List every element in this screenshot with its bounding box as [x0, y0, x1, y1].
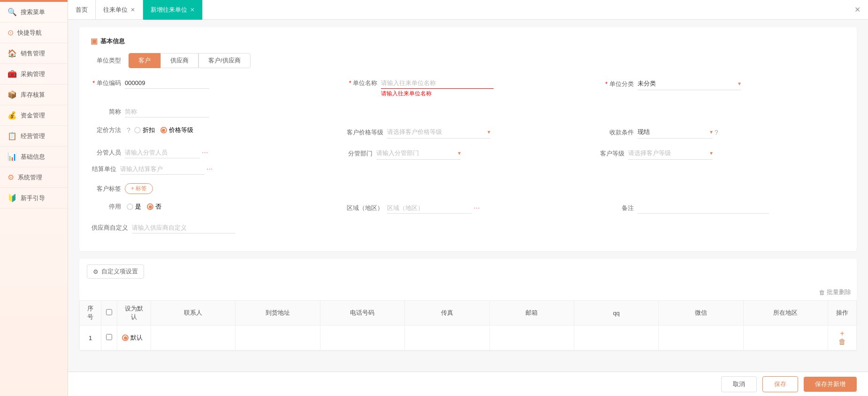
disabled-radio-no[interactable]: 否 — [147, 202, 161, 211]
save-button[interactable]: 保存 — [762, 376, 798, 392]
col-default: 设为默认 — [117, 301, 151, 326]
row-region-input[interactable] — [748, 334, 823, 342]
sidebar-item-basic[interactable]: 📊 基础信息 — [0, 147, 68, 167]
row-checkbox-cell[interactable] — [101, 326, 117, 350]
sidebar-item-newbie[interactable]: 🔰 新手引导 — [0, 188, 68, 209]
col-check[interactable] — [101, 301, 117, 326]
table-section: ⚙ 自定义项设置 🗑 批量删除 序号 设为默认 联系人 到货地址 — [79, 259, 857, 350]
col-contact: 联系人 — [151, 301, 236, 326]
region-dots-btn[interactable]: ··· — [472, 204, 481, 212]
sidebar-item-label: 资金管理 — [21, 111, 45, 120]
row-wechat[interactable] — [659, 326, 743, 350]
department-select[interactable]: 请输入分管部门 ▾ — [376, 147, 461, 160]
cancel-button[interactable]: 取消 — [721, 376, 757, 392]
department-placeholder: 请输入分管部门 — [376, 149, 458, 157]
customer-level-placeholder: 请选择客户等级 — [628, 149, 710, 157]
row-region[interactable] — [743, 326, 828, 350]
pricing-help-icon[interactable]: ? — [127, 126, 130, 134]
sidebar-item-search[interactable]: 🔍 搜索菜单 — [0, 2, 68, 23]
sidebar-item-operations[interactable]: 📋 经营管理 — [0, 126, 68, 147]
table-tools: 🗑 批量删除 — [79, 284, 857, 300]
remark-field: 备注 — [603, 202, 845, 214]
row-fax[interactable] — [405, 326, 489, 350]
alias-input[interactable] — [125, 106, 209, 117]
tab-close-all-button[interactable]: ✕ — [847, 5, 868, 14]
row-email[interactable] — [489, 326, 574, 350]
unit-type-supplier[interactable]: 供应商 — [160, 53, 198, 68]
add-tag-button[interactable]: + 标签 — [125, 183, 153, 194]
supplier-custom-field: 供应商自定义 — [91, 222, 845, 233]
pricing-label: 定价方法 — [91, 126, 121, 134]
row-delete-button[interactable]: 🗑 — [838, 338, 846, 346]
row-wechat-input[interactable] — [663, 334, 738, 342]
customer-level-select[interactable]: 请选择客户等级 ▾ — [628, 147, 713, 160]
settle-unit-input[interactable] — [120, 163, 205, 175]
row-fax-input[interactable] — [410, 334, 484, 342]
row-qq[interactable] — [574, 326, 658, 350]
manager-field: 分管人员 ··· — [91, 147, 333, 158]
save-new-button[interactable]: 保存并新增 — [804, 377, 857, 392]
batch-delete-label: 批量删除 — [827, 288, 851, 296]
remark-input[interactable] — [638, 202, 769, 214]
sidebar-item-inventory[interactable]: 📦 库存核算 — [0, 85, 68, 105]
sidebar-item-finance[interactable]: 💰 资金管理 — [0, 105, 68, 126]
row-contact-input[interactable] — [156, 334, 230, 342]
region-field: 区域（地区） ··· — [347, 202, 589, 214]
row-contact[interactable] — [151, 326, 236, 350]
col-address: 到货地址 — [236, 301, 320, 326]
unit-code-input[interactable] — [125, 78, 209, 89]
disabled-radio-yes[interactable]: 是 — [127, 202, 141, 211]
pricing-radio-discount[interactable]: 折扣 — [134, 126, 155, 134]
payment-terms-help-icon[interactable]: ? — [715, 129, 718, 136]
sidebar-item-system[interactable]: ⚙ 系统管理 — [0, 167, 68, 188]
region-input[interactable] — [387, 202, 472, 214]
sidebar-item-label: 库存核算 — [21, 91, 45, 99]
tab-partner-close[interactable]: ✕ — [130, 7, 135, 13]
unit-type-customer[interactable]: 客户 — [129, 53, 160, 68]
supplier-custom-input[interactable] — [132, 222, 235, 233]
unit-name-error: 请输入往来单位名称 — [381, 90, 432, 98]
tab-partner[interactable]: 往来单位 ✕ — [96, 0, 143, 20]
row-default-radio[interactable]: 默认 — [122, 334, 146, 342]
payment-terms-select[interactable]: 现结 ▾ — [638, 126, 713, 139]
tab-home[interactable]: 首页 — [68, 0, 96, 20]
form-card: ▣ 基本信息 单位类型 客户 供应商 客户/供应商 单位编码 — [79, 27, 857, 251]
remark-label: 备注 — [603, 204, 634, 212]
unit-name-input[interactable] — [381, 78, 494, 89]
disabled-label: 停用 — [91, 202, 121, 211]
settle-unit-dots-btn[interactable]: ··· — [205, 165, 214, 173]
row-phone-input[interactable] — [325, 334, 400, 342]
department-arrow: ▾ — [458, 150, 461, 156]
row-phone[interactable] — [320, 326, 404, 350]
sidebar-item-quicknav[interactable]: ⊙ 快捷导航 — [0, 23, 68, 43]
tab-new-partner-label: 新增往来单位 — [151, 6, 187, 14]
unit-category-field: 单位分类 未分类 ▾ — [603, 78, 845, 90]
manager-dots-btn[interactable]: ··· — [200, 148, 210, 157]
select-all-checkbox[interactable] — [106, 309, 112, 315]
pricing-radio-level[interactable]: 价格等级 — [160, 126, 193, 134]
form-row-tags: 客户标签 + 标签 — [91, 183, 845, 194]
sidebar-item-label: 采购管理 — [21, 70, 45, 78]
customer-price-level-select[interactable]: 请选择客户价格等级 ▾ — [387, 126, 490, 139]
disabled-no-circle — [147, 203, 153, 210]
batch-delete-button[interactable]: 🗑 批量删除 — [819, 288, 851, 296]
tab-new-partner[interactable]: 新增往来单位 ✕ — [143, 0, 203, 20]
customer-price-level-arrow: ▾ — [487, 129, 490, 135]
manager-input[interactable] — [125, 147, 200, 158]
row-checkbox[interactable] — [106, 334, 112, 340]
tab-new-partner-close[interactable]: ✕ — [190, 7, 195, 13]
unit-type-both[interactable]: 客户/供应商 — [198, 53, 251, 68]
tab-partner-label: 往来单位 — [103, 6, 128, 14]
sidebar-item-purchase[interactable]: 🧰 采购管理 — [0, 64, 68, 85]
customer-level-arrow: ▾ — [710, 150, 713, 156]
row-email-input[interactable] — [495, 334, 569, 342]
row-qq-input[interactable] — [579, 334, 654, 342]
unit-category-select[interactable]: 未分类 ▾ — [638, 78, 741, 90]
custom-setting-button[interactable]: ⚙ 自定义项设置 — [87, 264, 144, 279]
row-add-button[interactable]: + — [840, 329, 844, 337]
sidebar-item-sales[interactable]: 🏠 销售管理 — [0, 43, 68, 64]
row-address[interactable] — [236, 326, 320, 350]
form-row-supplier-custom: 供应商自定义 — [91, 222, 845, 233]
row-address-input[interactable] — [240, 334, 315, 342]
alias-field: 简称 — [91, 106, 845, 117]
